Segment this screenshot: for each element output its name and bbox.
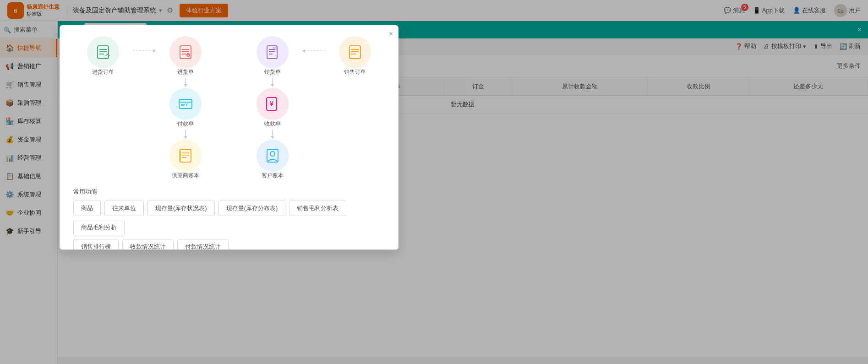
common-func-title: 常用功能 (73, 188, 385, 196)
func-btn-stock-dist[interactable]: 现存量(库存分布表) (218, 201, 286, 216)
func-btn-sales-profit[interactable]: 销售毛利分析表 (289, 201, 346, 216)
func-btn-stock-status[interactable]: 现存量(库存状况表) (147, 201, 215, 216)
flow-node-purchase-order[interactable]: 进货订单 (73, 36, 133, 76)
modal-content: 进货订单 ✓ (60, 25, 399, 250)
purchase-order-icon (87, 36, 119, 68)
svg-marker-40 (271, 136, 274, 139)
flow-node-sales-order[interactable]: 销售订单 (325, 36, 385, 76)
func-btn-sales-rank[interactable]: 销售排行榜 (73, 239, 119, 250)
customer-ledger-icon (257, 140, 289, 172)
modal-overlay[interactable]: × 进货订单 (0, 0, 868, 364)
svg-marker-22 (302, 49, 305, 53)
purchase-bill-label: 进货单 (177, 68, 194, 76)
svg-text:¥: ¥ (270, 100, 273, 107)
svg-rect-41 (180, 149, 191, 162)
payment-bill-icon: ¥ (169, 88, 202, 120)
flow-modal: × 进货订单 (60, 25, 399, 250)
common-func-grid-2: 销售排行榜 收款情况统计 付款情况统计 (73, 239, 385, 250)
svg-marker-30 (271, 84, 274, 87)
flow-node-sales-bill[interactable]: 销货单 (243, 36, 302, 76)
down-arrows-row1 (73, 78, 385, 87)
payment-bill-label: 付款单 (177, 120, 194, 128)
func-btn-receipt-stat[interactable]: 收款情况统计 (122, 239, 174, 250)
func-btn-goods-profit[interactable]: 商品毛利分析 (73, 220, 125, 235)
sales-order-label: 销售订单 (344, 68, 366, 76)
flow-mid-row: ¥ 付款单 ¥ 收款单 (73, 88, 385, 128)
purchase-bill-icon: ✓ (169, 36, 202, 68)
flow-node-supplier-ledger[interactable]: 供应商账本 (156, 140, 215, 179)
sales-order-icon (339, 36, 371, 68)
receipt-bill-icon: ¥ (257, 88, 289, 120)
flow-node-payment-bill[interactable]: ¥ 付款单 (156, 88, 215, 128)
supplier-ledger-label: 供应商账本 (172, 172, 199, 179)
flow-node-customer-ledger[interactable]: 客户账本 (243, 140, 302, 179)
receipt-bill-label: 收款单 (264, 120, 281, 128)
common-func-grid: 商品 往来单位 现存量(库存状况表) 现存量(库存分布表) 销售毛利分析表 商品… (73, 201, 385, 235)
func-btn-partner[interactable]: 往来单位 (104, 201, 144, 216)
arrow-1 (133, 47, 156, 54)
flow-top-row: 进货订单 ✓ (73, 36, 385, 76)
modal-close-btn[interactable]: × (389, 30, 393, 38)
svg-rect-20 (273, 47, 277, 50)
purchase-order-label: 进货订单 (92, 68, 114, 76)
svg-rect-33 (181, 104, 185, 106)
flow-bottom-row: 供应商账本 客户账本 (73, 140, 385, 179)
svg-text:✓: ✓ (187, 54, 190, 58)
supplier-ledger-icon (169, 140, 202, 172)
svg-rect-45 (179, 150, 181, 161)
svg-text:¥: ¥ (185, 102, 188, 107)
svg-marker-28 (184, 84, 187, 87)
svg-marker-38 (184, 136, 187, 139)
func-btn-payment-stat[interactable]: 付款情况统计 (177, 239, 229, 250)
flow-node-receipt-bill[interactable]: ¥ 收款单 (243, 88, 302, 128)
flow-node-purchase-bill[interactable]: ✓ 进货单 (156, 36, 215, 76)
arrow-2 (302, 47, 325, 54)
sales-bill-icon (257, 36, 289, 68)
func-btn-goods[interactable]: 商品 (73, 201, 101, 216)
sales-bill-label: 销货单 (264, 68, 281, 76)
svg-point-47 (270, 152, 275, 156)
down-arrows-row2 (73, 130, 385, 139)
customer-ledger-label: 客户账本 (262, 172, 284, 179)
